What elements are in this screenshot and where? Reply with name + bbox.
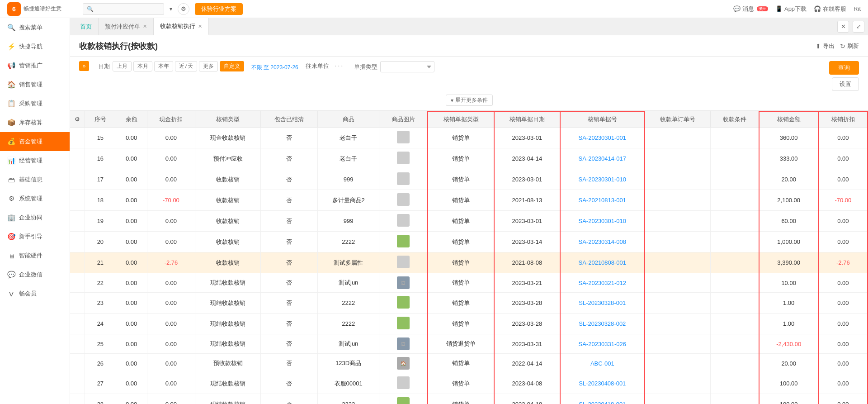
col-settings[interactable]: ⚙ xyxy=(70,111,85,128)
link-cell-write-off-no[interactable]: SA-20210813-001 xyxy=(579,197,627,204)
cell-write-off-discount: 0.00 xyxy=(819,293,868,314)
cell-cash-discount: -70.00 xyxy=(147,190,195,211)
link-cell-write-off-no[interactable]: SA-20230414-017 xyxy=(579,155,627,162)
cell-cash-discount: 0.00 xyxy=(147,128,195,148)
cell-write-off-no[interactable]: SL-20230328-002 xyxy=(560,314,645,334)
expand-more-btn[interactable]: ▾ 展开更多条件 xyxy=(446,95,493,106)
tab-prepay-label: 预付冲应付单 xyxy=(105,23,140,31)
date-btn-7days[interactable]: 近7天 xyxy=(175,61,197,71)
tab-collection[interactable]: 收款核销执行 ✕ xyxy=(154,18,209,35)
sidebar-item-sales[interactable]: 🏠 销售管理 xyxy=(0,75,70,94)
sidebar-item-quick-nav[interactable]: ⚡ 快捷导航 xyxy=(0,37,70,56)
link-cell-write-off-no[interactable]: SA-20230331-026 xyxy=(579,341,627,347)
link-cell-write-off-no[interactable]: SA-20230301-001 xyxy=(579,134,627,141)
cell-write-off-no[interactable]: SA-20230321-012 xyxy=(560,273,645,293)
sidebar-item-guide[interactable]: 🎯 新手引导 xyxy=(0,227,70,246)
tab-prepay-close[interactable]: ✕ xyxy=(143,24,147,29)
gear-icon[interactable]: ⚙ xyxy=(178,3,189,15)
cell-write-off-date: 2023-04-14 xyxy=(494,148,560,169)
app-download-item[interactable]: 📱 App下载 xyxy=(775,5,807,13)
sidebar-item-smart-hw[interactable]: 🖥 智能硬件 xyxy=(0,246,70,265)
cell-no: 15 xyxy=(85,128,116,148)
date-btn-this-month[interactable]: 本月 xyxy=(133,61,152,71)
user-item[interactable]: Rit xyxy=(854,5,861,12)
cell-write-off-no[interactable]: SL-20230418-001 xyxy=(560,394,645,404)
cell-goods: 2222 xyxy=(317,232,379,252)
online-service-item[interactable]: 🎧 在线客服 xyxy=(814,5,846,13)
sidebar-item-wechat[interactable]: 💬 企业微信 xyxy=(0,265,70,284)
date-range-display: 不限 至 2023-07-26 xyxy=(251,64,298,71)
top-search-box[interactable]: 🔍 xyxy=(83,3,164,15)
tab-bar: 首页 预付冲应付单 ✕ 收款核销执行 ✕ ✕ ⤢ xyxy=(70,18,868,35)
cell-write-off-no[interactable]: SA-20210813-001 xyxy=(560,190,645,211)
cell-write-off-amount: 1.00 xyxy=(759,293,819,314)
data-table-container[interactable]: ⚙ 序号 余额 现金折扣 核销类型 包含已结清 商品 商品图片 核销单据类型 核… xyxy=(70,111,868,404)
cell-write-off-no[interactable]: SA-20230331-026 xyxy=(560,334,645,354)
sidebar-item-finance[interactable]: 💰 资金管理 xyxy=(0,132,70,151)
link-cell-write-off-no[interactable]: SA-20210808-001 xyxy=(579,259,627,266)
sidebar-item-inventory[interactable]: 📦 库存核算 xyxy=(0,113,70,132)
cell-write-off-no[interactable]: SA-20230301-001 xyxy=(560,128,645,148)
main-content: 首页 预付冲应付单 ✕ 收款核销执行 ✕ ✕ ⤢ 收款核销执行(按收款) xyxy=(70,18,868,404)
sidebar-item-search[interactable]: 🔍 搜索菜单 xyxy=(0,18,70,37)
tab-collection-close[interactable]: ✕ xyxy=(198,24,202,29)
cell-goods: 测试jun xyxy=(317,273,379,293)
dropdown-arrow[interactable]: ▾ xyxy=(170,6,172,12)
sidebar-item-basic-info[interactable]: 🗃 基础信息 xyxy=(0,170,70,189)
link-cell-write-off-no[interactable]: SA-20230301-010 xyxy=(579,218,627,224)
sidebar-item-enterprise[interactable]: 🏢 企业协同 xyxy=(0,208,70,227)
tab-prepay[interactable]: 预付冲应付单 ✕ xyxy=(99,18,154,35)
cell-write-off-no[interactable]: SA-20210808-001 xyxy=(560,252,645,273)
cell-goods: 测试多属性 xyxy=(317,252,379,273)
sidebar-item-marketing[interactable]: 📢 营销推广 xyxy=(0,56,70,75)
link-cell-write-off-no[interactable]: SL-20230328-001 xyxy=(579,299,626,306)
date-btn-prev-month[interactable]: 上月 xyxy=(113,61,132,71)
cell-write-off-no[interactable]: SL-20230328-001 xyxy=(560,293,645,314)
link-cell-write-off-no[interactable]: SL-20230418-001 xyxy=(579,401,626,404)
cell-include-settled: 否 xyxy=(261,334,318,354)
cell-goods: 999 xyxy=(317,169,379,190)
sidebar-item-operations[interactable]: 📊 经营管理 xyxy=(0,151,70,170)
cell-write-off-no[interactable]: ABC-001 xyxy=(560,354,645,373)
refresh-btn[interactable]: ↻ 刷新 xyxy=(840,42,859,50)
industry-btn[interactable]: 休验行业方案 xyxy=(195,3,243,15)
notifications-label: 消息 xyxy=(742,5,754,13)
link-cell-write-off-no[interactable]: SL-20230328-002 xyxy=(579,320,626,327)
cell-write-off-no[interactable]: SA-20230301-010 xyxy=(560,211,645,232)
filter-collapse-btn[interactable]: » xyxy=(79,61,89,71)
date-btn-more[interactable]: 更多 xyxy=(199,61,218,71)
link-cell-write-off-no[interactable]: SL-20230408-001 xyxy=(579,380,626,387)
cell-balance: 0.00 xyxy=(116,232,147,252)
cell-goods-image xyxy=(379,252,428,273)
link-cell-write-off-no[interactable]: SA-20230321-012 xyxy=(579,280,627,286)
cell-collect-condition xyxy=(710,252,759,273)
cell-write-off-amount: 20.00 xyxy=(759,354,819,373)
tab-home[interactable]: 首页 xyxy=(74,18,99,35)
link-cell-write-off-no[interactable]: ABC-001 xyxy=(590,360,614,367)
link-cell-write-off-no[interactable]: SA-20230314-008 xyxy=(579,238,627,245)
setting-btn[interactable]: 设置 xyxy=(832,77,859,91)
link-cell-write-off-no[interactable]: SA-20230301-010 xyxy=(579,176,627,183)
cell-balance: 0.00 xyxy=(116,273,147,293)
cell-goods-image xyxy=(379,373,428,394)
date-btn-this-year[interactable]: 本年 xyxy=(154,61,173,71)
cell-settings xyxy=(70,211,85,232)
cell-write-off-no[interactable]: SA-20230301-010 xyxy=(560,169,645,190)
cell-collect-condition xyxy=(710,232,759,252)
cell-write-off-no[interactable]: SA-20230414-017 xyxy=(560,148,645,169)
cell-write-off-no[interactable]: SA-20230314-008 xyxy=(560,232,645,252)
bill-type-select[interactable] xyxy=(380,61,434,72)
tab-maximize-btn[interactable]: ⤢ xyxy=(853,21,864,33)
sidebar-item-system[interactable]: ⚙ 系统管理 xyxy=(0,189,70,208)
top-bar-right: 💬 消息 99+ 📱 App下载 🎧 在线客服 Rit xyxy=(733,5,861,13)
cell-write-off-amount: 360.00 xyxy=(759,128,819,148)
notifications-item[interactable]: 💬 消息 99+ xyxy=(733,5,768,13)
cell-write-off-no[interactable]: SL-20230408-001 xyxy=(560,373,645,394)
sidebar-item-purchase[interactable]: 📋 采购管理 xyxy=(0,94,70,113)
query-btn[interactable]: 查询 xyxy=(829,61,859,75)
tab-close-btn[interactable]: ✕ xyxy=(837,21,849,33)
sidebar-item-member[interactable]: V 畅会员 xyxy=(0,284,70,303)
table-row: 270.000.00现结收款核销否衣服00001销货单2023-04-08SL-… xyxy=(70,373,868,394)
export-btn[interactable]: ⬆ 导出 xyxy=(816,42,835,50)
date-btn-custom[interactable]: 自定义 xyxy=(220,61,244,71)
